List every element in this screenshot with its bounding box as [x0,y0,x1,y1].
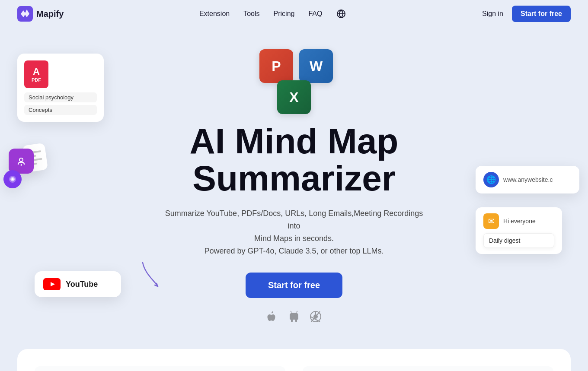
word-icon: W [299,49,333,83]
website-globe-icon: 🌐 [483,172,499,187]
globe-icon[interactable] [336,9,346,19]
nav-links: Extension Tools Pricing FAQ [199,9,347,19]
logo[interactable]: Mapify [17,6,64,22]
excel-icon: X [277,80,311,114]
apple-icon [266,310,279,323]
mind-map-svg-2: Context of "1984" Written by George Orwe… [303,366,553,371]
mind-map-svg-1: Control of Information and History The M… [35,366,285,371]
svg-point-9 [12,178,14,181]
hero-title: AI Mind Map Summarizer [190,123,399,197]
pdf-tag2: Concepts [24,105,97,115]
email-greeting: Hi everyone [503,218,536,225]
logo-icon [17,6,33,22]
pdf-tag1: Social psychology [24,92,97,102]
arrow-decoration [134,258,169,293]
hero-cta-button[interactable]: Start for free [246,273,342,298]
email-icon: ✉ [483,213,499,229]
nav-start-button[interactable]: Start for free [512,6,571,22]
chrome-icon [309,310,322,323]
bottom-section: Control of Information and History The M… [17,349,571,371]
nav-pricing[interactable]: Pricing [274,10,295,18]
nav-faq[interactable]: FAQ [308,10,322,18]
website-url: www.anywebsite.c [503,176,553,183]
hero-subtitle: Summarize YouTube, PDFs/Docs, URLs, Long… [164,207,424,257]
youtube-play-icon [43,278,61,290]
nav-right: Sign in Start for free [482,6,571,22]
nav-tools[interactable]: Tools [243,10,259,18]
navbar: Mapify Extension Tools Pricing FAQ Sign … [0,0,588,28]
logo-text: Mapify [36,9,64,19]
signin-link[interactable]: Sign in [482,10,503,18]
pdf-icon: A PDF [24,60,48,88]
svg-point-4 [20,159,22,161]
email-digest: Daily digest [483,233,554,248]
podcast-icon [15,155,28,168]
android-icon [288,310,300,323]
mind-map-preview-2: Context of "1984" Written by George Orwe… [303,366,553,371]
office-card: P W X [246,45,342,123]
platform-icons [266,310,322,323]
hero-section: A PDF Social psychology Concepts [0,28,588,349]
svg-point-11 [291,316,293,317]
youtube-card: YouTube [35,271,121,297]
mind-map-preview-1: Control of Information and History The M… [35,366,285,371]
email-card: ✉ Hi everyone Daily digest [476,207,562,254]
sound-card [3,170,22,188]
nav-extension[interactable]: Extension [199,10,230,18]
powerpoint-icon: P [259,49,293,83]
play-triangle [48,281,56,287]
pdf-card: A PDF Social psychology Concepts [17,54,104,122]
website-card: 🌐 www.anywebsite.c [476,166,579,193]
svg-marker-10 [51,282,55,286]
svg-point-12 [295,316,297,317]
youtube-brand-text: YouTube [66,280,98,289]
sound-icon [8,174,17,184]
